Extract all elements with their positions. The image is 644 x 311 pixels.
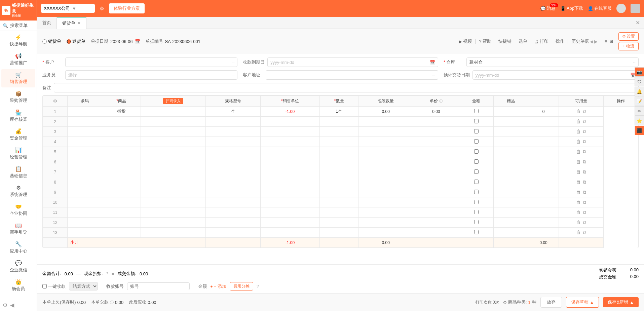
copy-icon-12[interactable]: ⧉ [583,230,586,235]
row-goods-3[interactable] [102,137,141,147]
row-amount-7[interactable] [413,177,459,187]
row-unit-7[interactable] [206,177,261,187]
shortcut-link[interactable]: 快捷键 [498,38,512,44]
row-goods-1[interactable] [102,117,141,127]
row-unit-0[interactable]: 个 [206,107,261,117]
row-amount-9[interactable] [413,197,459,207]
sidebar-item-基础信息[interactable]: 📋基础信息 [1,163,35,182]
row-amount-1[interactable] [413,117,459,127]
operate-link[interactable]: 操作 [556,38,564,44]
row-unit-1[interactable] [206,117,261,127]
row-spec-5[interactable] [141,157,206,167]
row-spec-8[interactable] [141,187,206,197]
dropdown-arrow-icon[interactable]: ▲ [590,300,594,305]
row-barcode-1[interactable] [67,117,102,127]
row-goods-11[interactable] [102,218,141,228]
row-amount-6[interactable] [413,167,459,177]
copy-icon-7[interactable]: ⧉ [583,179,586,185]
collapse-icon[interactable]: ◀ [10,302,14,308]
app-download-button[interactable]: 📱 App下载 [560,5,583,11]
row-spec-2[interactable] [141,127,206,137]
row-qty-6[interactable] [261,167,320,177]
row-unit-2[interactable] [206,127,261,137]
right-tool-shield[interactable]: 🛡 [635,77,644,86]
user-settings[interactable] [631,4,640,13]
delete-icon-6[interactable]: 🗑 [576,169,581,175]
row-price-3[interactable] [358,137,413,147]
row-gift-2[interactable] [459,127,494,137]
logistics-button[interactable]: + 物流 [618,42,639,50]
sidebar-item-企业协同[interactable]: 🤝企业协同 [1,201,35,219]
view-toggle-grid[interactable]: ⊞ [610,39,613,44]
row-qty-3[interactable] [261,137,320,147]
search-menu[interactable]: 🔍 搜索菜单 [0,21,37,31]
right-tool-orange[interactable]: ⬛ [635,126,644,135]
sidebar-item-系统管理[interactable]: ⚙系统管理 [1,182,35,200]
row-goods-10[interactable] [102,207,141,218]
row-qty-10[interactable] [261,207,320,218]
row-amount-8[interactable] [413,187,459,197]
row-pkgqty-1[interactable] [319,117,358,127]
history-link[interactable]: 历史单据 ◀ ▶ [571,38,598,44]
save-draft-button[interactable]: 保存草稿 ▲ [566,297,599,308]
help-link[interactable]: ? 帮助 [479,38,491,44]
warehouse-input[interactable]: 建材仓 ··· [466,57,639,67]
radio-return-order[interactable]: 退货单 [67,38,85,44]
copy-icon-3[interactable]: ⧉ [583,139,586,145]
topbar-gear-button[interactable]: ⚙ [98,4,106,13]
row-price-4[interactable] [358,147,413,157]
one-click-payment-checkbox[interactable] [42,284,47,288]
row-pkgqty-0[interactable]: 1个 [319,107,358,117]
copy-icon-2[interactable]: ⧉ [583,129,586,134]
fee-help-icon[interactable]: ? [257,284,259,289]
owe-info-icon[interactable]: ⓘ [110,300,114,305]
row-amount-0[interactable]: 0.00 [413,107,459,117]
row-spec-0[interactable] [141,107,206,117]
row-goods-4[interactable] [102,147,141,157]
row-spec-9[interactable] [141,197,206,207]
radio-sale-order[interactable]: 销货单 [42,38,61,44]
row-barcode-6[interactable] [67,167,102,177]
row-qty-0[interactable]: -1.00 [261,107,320,117]
row-goods-9[interactable] [102,197,141,207]
right-tool-note[interactable]: 📝 [635,96,644,106]
row-spec-4[interactable] [141,147,206,157]
row-barcode-10[interactable] [67,207,102,218]
delete-icon-5[interactable]: 🗑 [576,159,581,165]
row-gift-4[interactable] [459,147,494,157]
delete-icon-4[interactable]: 🗑 [576,149,581,155]
row-spec-1[interactable] [141,117,206,127]
sidebar-item-应用中心[interactable]: 🔧应用中心 [1,238,35,257]
copy-icon-4[interactable]: ⧉ [583,149,586,155]
row-goods-5[interactable] [102,157,141,167]
row-barcode-3[interactable] [67,137,102,147]
row-gift-7[interactable] [459,177,494,187]
add-payment-button[interactable]: ● + 添加 [210,283,226,289]
row-pkgqty-11[interactable] [319,218,358,228]
print-link[interactable]: 🖨 打印 [534,38,548,44]
tab-close-icon[interactable]: ✕ [77,21,81,26]
row-qty-4[interactable] [261,147,320,157]
row-goods-2[interactable] [102,127,141,137]
row-unit-10[interactable] [206,207,261,218]
row-pkgqty-3[interactable] [319,137,358,147]
row-unit-5[interactable] [206,157,261,167]
row-pkgqty-8[interactable] [319,187,358,197]
row-price-9[interactable] [358,197,413,207]
video-link[interactable]: ▶ 视频 [459,38,472,44]
row-price-5[interactable] [358,157,413,167]
row-unit-3[interactable] [206,137,261,147]
row-amount-10[interactable] [413,207,459,218]
delete-icon-11[interactable]: 🗑 [576,220,581,225]
salesperson-input[interactable]: 选择... ··· [65,70,237,80]
row-pkgqty-10[interactable] [319,207,358,218]
col-gear[interactable]: ⚙ [43,96,68,107]
history-nav-next[interactable]: ▶ [594,39,598,44]
delete-icon-1[interactable]: 🗑 [576,119,581,124]
history-nav-prev[interactable]: ◀ [590,39,593,44]
copy-icon-1[interactable]: ⧉ [583,119,586,124]
sidebar-item-资金管理[interactable]: 💰资金管理 [1,125,35,144]
row-spec-6[interactable] [141,167,206,177]
row-barcode-7[interactable] [67,177,102,187]
row-barcode-12[interactable] [67,228,102,238]
